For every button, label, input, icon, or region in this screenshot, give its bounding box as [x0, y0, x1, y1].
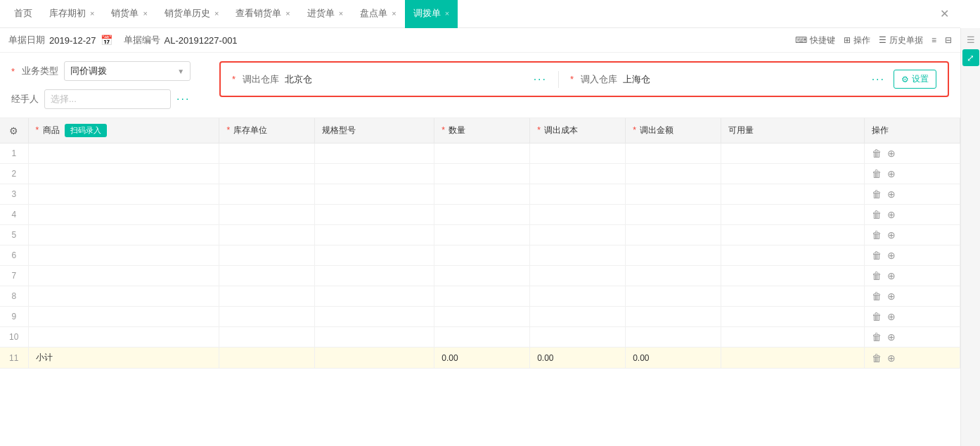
row-cost[interactable] [530, 266, 626, 286]
copy-icon[interactable]: ⊕ [887, 189, 896, 200]
in-warehouse-value[interactable]: 上海仓 [623, 73, 650, 86]
copy-icon[interactable]: ⊕ [887, 209, 896, 220]
delete-icon[interactable]: 🗑 [872, 209, 882, 220]
row-cost[interactable] [530, 144, 626, 164]
row-spec[interactable] [315, 184, 434, 205]
gear-icon[interactable]: ⚙ [9, 125, 18, 136]
operations-action[interactable]: ⊞ 操作 [844, 34, 870, 46]
row-cost[interactable] [530, 246, 626, 266]
tab-close-inventory-init[interactable]: × [90, 9, 94, 18]
tab-close-transfer[interactable]: × [445, 9, 449, 18]
row-available[interactable] [721, 225, 865, 246]
row-product[interactable] [28, 205, 219, 225]
row-unit[interactable] [219, 246, 315, 266]
layout2-action[interactable]: ⊟ [945, 35, 952, 45]
row-product[interactable] [28, 327, 219, 348]
out-warehouse-more-btn[interactable]: ··· [534, 73, 547, 86]
tab-close-view-sales[interactable]: × [285, 9, 290, 18]
window-close-button[interactable]: ✕ [934, 7, 955, 20]
row-qty[interactable] [434, 246, 530, 266]
copy-icon[interactable]: ⊕ [887, 229, 896, 241]
shortcut-action[interactable]: ⌨ 快捷键 [795, 34, 835, 46]
row-product[interactable] [28, 184, 219, 205]
tab-purchase-order[interactable]: 进货单 × [299, 0, 352, 28]
row-qty[interactable] [434, 327, 530, 348]
row-amount[interactable] [626, 307, 721, 327]
history-action[interactable]: ☰ 历史单据 [879, 34, 923, 46]
row-available[interactable] [721, 266, 865, 286]
tab-view-sales[interactable]: 查看销货单 × [227, 0, 298, 28]
row-amount[interactable] [626, 286, 721, 307]
delete-icon[interactable]: 🗑 [872, 189, 882, 200]
copy-icon[interactable]: ⊕ [887, 291, 896, 302]
row-unit[interactable] [219, 205, 315, 225]
row-available[interactable] [721, 246, 865, 266]
row-spec[interactable] [315, 246, 434, 266]
delete-icon[interactable]: 🗑 [872, 229, 882, 241]
row-product[interactable] [28, 225, 219, 246]
delete-icon[interactable]: 🗑 [872, 250, 882, 261]
tab-transfer[interactable]: 调拨单 × [405, 0, 458, 28]
row-qty[interactable] [434, 286, 530, 307]
row-available[interactable] [721, 205, 865, 225]
row-product[interactable] [28, 144, 219, 164]
row-unit[interactable] [219, 225, 315, 246]
row-qty[interactable] [434, 144, 530, 164]
tab-sales-order[interactable]: 销货单 × [103, 0, 155, 28]
delete-icon[interactable]: 🗑 [872, 291, 882, 302]
delete-icon[interactable]: 🗑 [872, 331, 882, 343]
row-available[interactable] [721, 164, 865, 184]
row-qty[interactable] [434, 225, 530, 246]
row-cost[interactable] [530, 307, 626, 327]
row-cost[interactable] [530, 327, 626, 348]
th-settings[interactable]: ⚙ [0, 118, 28, 144]
tab-close-sales-history[interactable]: × [214, 9, 219, 18]
row-amount[interactable] [626, 144, 721, 164]
row-amount[interactable] [626, 205, 721, 225]
tab-close-stocktake[interactable]: × [392, 9, 396, 18]
row-product[interactable] [28, 266, 219, 286]
copy-icon[interactable]: ⊕ [887, 311, 896, 322]
layout1-action[interactable]: ≡ [931, 35, 936, 45]
row-unit[interactable] [219, 286, 315, 307]
row-available[interactable] [721, 307, 865, 327]
row-spec[interactable] [315, 225, 434, 246]
copy-icon[interactable]: ⊕ [887, 148, 896, 159]
handler-more-btn[interactable]: ··· [176, 93, 190, 106]
row-available[interactable] [721, 286, 865, 307]
row-unit[interactable] [219, 144, 315, 164]
delete-icon[interactable]: 🗑 [872, 311, 882, 322]
row-spec[interactable] [315, 266, 434, 286]
settings-button[interactable]: ⚙ 设置 [894, 70, 936, 89]
row-unit[interactable] [219, 266, 315, 286]
row-amount[interactable] [626, 246, 721, 266]
tab-sales-history[interactable]: 销货单历史 × [156, 0, 227, 28]
delete-icon[interactable]: 🗑 [872, 148, 882, 159]
date-value[interactable]: 2019-12-27 [49, 35, 96, 46]
delete-icon[interactable]: 🗑 [872, 168, 882, 179]
row-amount[interactable] [626, 225, 721, 246]
row-qty[interactable] [434, 266, 530, 286]
tab-home[interactable]: 首页 [6, 0, 41, 28]
row-product[interactable] [28, 286, 219, 307]
row-spec[interactable] [315, 205, 434, 225]
copy-icon[interactable]: ⊕ [887, 168, 896, 179]
row-unit[interactable] [219, 184, 315, 205]
row-amount[interactable] [626, 164, 721, 184]
delete-icon[interactable]: 🗑 [872, 352, 882, 364]
row-spec[interactable] [315, 327, 434, 348]
row-qty[interactable] [434, 307, 530, 327]
row-qty[interactable] [434, 164, 530, 184]
row-qty[interactable] [434, 205, 530, 225]
row-available[interactable] [721, 144, 865, 164]
row-cost[interactable] [530, 184, 626, 205]
row-spec[interactable] [315, 144, 434, 164]
row-cost[interactable] [530, 225, 626, 246]
calendar-icon[interactable]: 📅 [101, 34, 112, 46]
row-cost[interactable] [530, 205, 626, 225]
tab-inventory-init[interactable]: 库存期初 × [41, 0, 103, 28]
row-available[interactable] [721, 184, 865, 205]
copy-icon[interactable]: ⊕ [887, 270, 896, 281]
row-product[interactable] [28, 307, 219, 327]
row-spec[interactable] [315, 286, 434, 307]
